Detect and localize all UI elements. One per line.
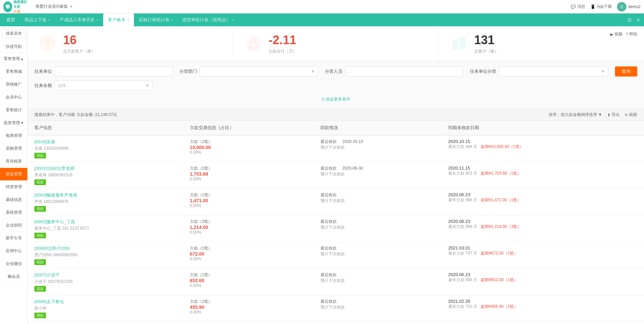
tab-product-status-close[interactable]: × — [48, 18, 50, 22]
source-unit-input[interactable]: ... — [55, 66, 173, 77]
overdue-amount-link[interactable]: 超期¥1,214.00（3笔） — [481, 224, 521, 229]
unit-category-select[interactable]: ▼ — [499, 66, 608, 77]
sidebar-item-system[interactable]: 系统管理 — [0, 206, 27, 219]
tab-product-history[interactable]: 产成品入库单历史 × — [55, 13, 103, 26]
app-download-btn[interactable]: 📱 App下载 — [590, 4, 612, 9]
tab-product-status[interactable]: 商品上下架 × — [20, 13, 55, 26]
dept-dropdown-icon: ▼ — [311, 69, 315, 74]
due-date-cell: 2020.06.23 最长欠款 998 天 超期¥652.00（1笔） — [442, 269, 644, 295]
recovery-cell: 最近收款 预计下次收款 — [314, 295, 441, 322]
sidebar-item-quick-nav[interactable]: 快捷导航 — [0, 41, 27, 53]
export-btn[interactable]: ⬇ 导出 — [607, 112, 620, 118]
recovery-cell: 最近收款 预计下次收款 — [314, 189, 441, 215]
sidebar-batch-mgmt-label: 批发管理 — [4, 120, 20, 126]
customer-sub-info: 小进干 18279152100 — [34, 279, 176, 285]
customer-name-link[interactable]: [0003]畅捷服务尹海燕 — [34, 193, 77, 198]
th-due-date: 到期未收款日期 — [442, 121, 644, 135]
customer-name-link[interactable]: [0002]服务中心_丁磊 — [34, 219, 75, 224]
sidebar-item-app-center[interactable]: 应用中心 — [0, 245, 27, 258]
collapse-filters-btn[interactable]: ⋀ 收起更多条件 — [34, 95, 637, 104]
debt-amount[interactable]: 455.90 — [190, 304, 307, 310]
debt-count: 欠款（1笔） — [190, 166, 307, 171]
th-recovery: 回款情况 — [314, 121, 441, 135]
refresh-btn[interactable]: ↻ 刷新 — [625, 112, 637, 118]
sidebar-item-batch-mgmt[interactable]: 批发管理 ▼ — [0, 117, 27, 129]
tab-import-stats-label: 进货单统计表（按商品） — [182, 17, 230, 23]
tab-customer-account[interactable]: 客户账本 × — [103, 13, 134, 26]
sidebar-item-enterprise-coop[interactable]: 企业协同 — [0, 219, 27, 232]
sidebar-item-chang-member[interactable]: 畅会员 — [0, 270, 27, 283]
sidebar-item-retail-stats[interactable]: 零售统计 — [0, 104, 27, 117]
overdue-amount-link[interactable]: 超期¥455.90（1笔） — [481, 304, 518, 309]
message-icon: 💬 — [571, 4, 576, 9]
help-btn[interactable]: ? 帮助 — [626, 31, 637, 37]
customer-info-cell: [0016]吴俊 吴俊 13026203696 现款 — [28, 135, 183, 162]
tab-import-stats[interactable]: 进货单统计表（按商品） × — [177, 13, 239, 26]
sidebar-item-marketing[interactable]: 营销推广 — [0, 78, 27, 91]
sidebar-item-retail-mgmt[interactable]: 零售管理 ▲ — [0, 53, 27, 65]
overdue-amount-link[interactable]: 超期¥672.00（1笔） — [481, 251, 518, 256]
sidebar-item-purchase-mgmt[interactable]: 采购管理 — [0, 142, 27, 155]
filter-manager: 分管人员 ... — [325, 66, 463, 77]
sidebar-item-basic-info[interactable]: 基础信息 — [0, 194, 27, 206]
sidebar-item-member-center[interactable]: 会员中心 — [0, 91, 27, 104]
user-profile[interactable]: D demo2 — [617, 2, 641, 11]
sidebar-retail-mgmt-arrow: ▲ — [21, 57, 24, 61]
sidebar-item-retail-store[interactable]: 零售商城 — [0, 65, 27, 78]
sort-dropdown-icon[interactable]: ▼ — [598, 112, 602, 117]
customer-name-link[interactable]: [0007]小进干 — [34, 272, 60, 277]
sidebar-item-inventory[interactable]: 库存核算 — [0, 155, 27, 168]
debt-amount[interactable]: 1,703.68 — [190, 171, 307, 177]
customer-info-cell: [0007]小进干 小进干 18279152100 现款 — [28, 269, 183, 295]
customer-name-link[interactable]: [0001020001]李老师 — [34, 166, 75, 171]
manager-dots: ... — [348, 69, 352, 74]
customer-name-link[interactable]: [000002]用户2050 — [34, 246, 70, 251]
customer-sub-info: 用户2050 18665062050 — [34, 252, 176, 258]
debt-info-cell: 欠款（1笔） 10,000.00 0.00% — [183, 135, 314, 162]
overdue-amount-link[interactable]: 超期¥652.00（1笔） — [481, 277, 518, 282]
customer-tag: 现款 — [34, 179, 46, 185]
video-btn[interactable]: ▶ 视频 — [610, 31, 622, 37]
debt-amount[interactable]: 1,471.00 — [190, 198, 307, 203]
debt-amount[interactable]: 672.00 — [190, 251, 307, 257]
customer-name-link[interactable]: [0016]吴俊 — [34, 139, 55, 144]
tab-product-status-label: 商品上下架 — [25, 17, 47, 23]
search-menu-btn[interactable]: 搜索菜单 — [2, 29, 26, 38]
overdue-amount-link[interactable]: 超期¥1,703.68（1笔） — [481, 171, 521, 176]
debt-amount[interactable]: 10,000.00 — [190, 145, 307, 150]
search-button[interactable]: 查询 — [615, 66, 637, 77]
overdue-amount-link[interactable]: 超期¥10,000.00（1笔） — [481, 144, 524, 149]
help-label: 帮助 — [629, 31, 637, 37]
next-payment: 预计下次收款 — [320, 171, 435, 177]
overdue-date: 2021.03.01 — [448, 245, 637, 251]
table-row: [000002]用户2050 用户2050 18665062050 现款 欠款（… — [28, 242, 644, 269]
tab-customer-account-close[interactable]: × — [127, 18, 129, 22]
company-selector[interactable]: 母婴行业演示账套 ▼ — [30, 4, 73, 9]
last-payment: 最近收款 2020-10-15 — [320, 139, 435, 145]
overdue-amount-link[interactable]: 超期¥1,471.00（1笔） — [481, 198, 521, 202]
sidebar-item-capital-mgmt[interactable]: 资金管理 — [0, 168, 27, 181]
customer-tag: 现款 — [34, 233, 46, 238]
sidebar-item-ecommerce[interactable]: 电商管理 — [0, 129, 27, 142]
manager-input[interactable]: ... — [345, 66, 463, 77]
tab-import-stats-close[interactable]: × — [232, 18, 234, 22]
top-bar: 畅 畅捷通好生意 示威 母婴行业演示账套 ▼ 💬 消息 📱 App下载 D de… — [0, 0, 644, 13]
tab-home[interactable]: 首页 — [2, 13, 20, 26]
nav-expand-btn[interactable]: ⊡ — [625, 17, 634, 23]
sidebar-item-enterprise-wechat[interactable]: 企业微信 — [0, 258, 27, 270]
tab-purchase-order[interactable]: 采购订单统计表 × — [134, 13, 178, 26]
dept-select[interactable]: ▼ — [200, 66, 318, 77]
debt-amount[interactable]: 652.00 — [190, 278, 307, 283]
svg-text:¥: ¥ — [45, 39, 50, 47]
message-btn[interactable]: 💬 消息 — [571, 4, 585, 9]
balance-select[interactable]: 选择... ▼ — [55, 81, 152, 91]
sidebar-item-operations[interactable]: 经营管理 — [0, 181, 27, 194]
logo-text: 畅捷通好生意 — [13, 0, 30, 9]
tab-product-history-close[interactable]: × — [96, 18, 99, 22]
debt-amount[interactable]: 1,214.00 — [190, 225, 307, 230]
sidebar-retail-stats-label: 零售统计 — [6, 108, 22, 112]
tab-purchase-order-close[interactable]: × — [171, 18, 173, 22]
sidebar-item-new-guide[interactable]: 新手引导 — [0, 232, 27, 245]
customer-name-link[interactable]: [0006]去下粮仓 — [34, 299, 64, 304]
nav-close-all-btn[interactable]: × — [634, 17, 642, 23]
